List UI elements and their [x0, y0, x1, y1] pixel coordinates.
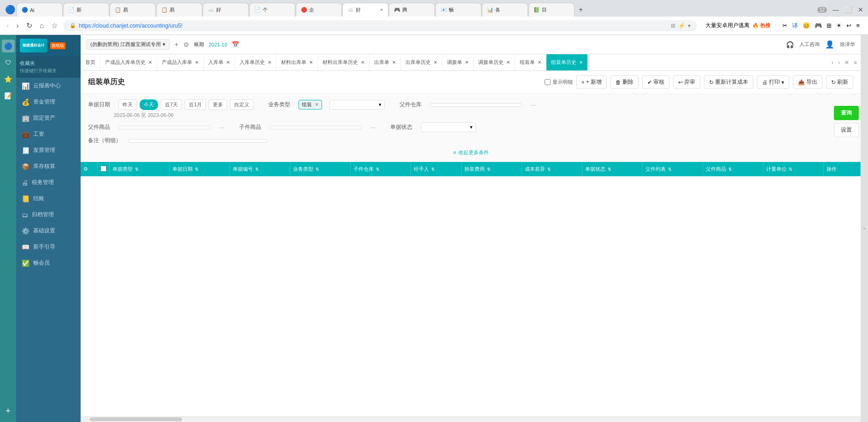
- page-tab-1-close[interactable]: ✕: [148, 60, 152, 65]
- table-settings-col[interactable]: ⚙: [81, 162, 97, 176]
- col-child-warehouse-sort[interactable]: ⇅: [376, 167, 380, 172]
- nav-item-archive[interactable]: 🗂 归档管理: [16, 207, 81, 223]
- scrollbar-thumb[interactable]: [90, 417, 182, 421]
- support-label[interactable]: 人工咨询: [799, 41, 820, 48]
- sidebar-narrow-add[interactable]: +: [2, 405, 15, 417]
- bill-status-dropdown[interactable]: ▾: [421, 122, 476, 132]
- maximize-button[interactable]: ⬜: [845, 6, 852, 13]
- lightning-icon[interactable]: ⚡: [678, 23, 685, 29]
- col-assembly-fee[interactable]: 拆装费用 ⇅: [462, 162, 522, 176]
- date-btn-more[interactable]: 更多: [209, 99, 227, 110]
- table-settings-icon[interactable]: ⚙: [83, 166, 88, 172]
- nav-item-salary[interactable]: 💼 工资: [16, 126, 81, 142]
- page-tab-7[interactable]: 出库单 ✕: [369, 54, 401, 71]
- col-bill-date[interactable]: 单据日期 ⇅: [170, 162, 230, 176]
- nav-item-cloud-reports[interactable]: 📊 云报表中心: [16, 78, 81, 94]
- col-bill-date-sort[interactable]: ⇅: [195, 167, 199, 172]
- page-tab-4[interactable]: 入库单历史 ✕: [235, 54, 276, 71]
- browser-tab-3[interactable]: 📋 易: [110, 3, 156, 17]
- col-parent-goods-sort[interactable]: ⇅: [728, 167, 732, 172]
- page-tab-9-close[interactable]: ✕: [465, 60, 469, 65]
- child-goods-input[interactable]: [270, 126, 362, 129]
- page-tab-2-close[interactable]: ✕: [195, 60, 199, 65]
- close-button[interactable]: ✕: [858, 6, 863, 13]
- game-icon[interactable]: 🎮: [815, 22, 822, 29]
- browser-tab-new[interactable]: 📄 新: [63, 3, 109, 17]
- display-detail-toggle[interactable]: 显示明细: [545, 79, 573, 86]
- col-child-warehouse[interactable]: 子件仓库 ⇅: [351, 162, 411, 176]
- delete-button[interactable]: 🗑 删除: [610, 75, 639, 89]
- page-tab-9[interactable]: 调拨单 ✕: [442, 54, 474, 71]
- col-bill-type[interactable]: 单据类型 ⇅: [109, 162, 170, 176]
- col-bill-type-sort[interactable]: ⇅: [135, 167, 139, 172]
- scissors-icon[interactable]: ✂: [782, 22, 787, 29]
- col-business-type[interactable]: 业务类型 ⇅: [290, 162, 351, 176]
- settings-gear-icon[interactable]: ⚙: [183, 41, 189, 48]
- right-panel-toggle[interactable]: ›: [861, 35, 868, 422]
- print-button[interactable]: 🖨 打印 ▾: [757, 75, 789, 89]
- sidebar-narrow-item-2[interactable]: 🛡: [2, 56, 15, 69]
- favorites-section[interactable]: 收藏夹 快捷键打开收藏夹: [16, 56, 81, 78]
- page-tab-8[interactable]: 出库单历史 ✕: [401, 54, 442, 71]
- business-type-tag[interactable]: 组装 ✕: [299, 100, 322, 110]
- business-type-dropdown[interactable]: ▾: [329, 100, 385, 110]
- date-btn-custom[interactable]: 自定义: [230, 99, 253, 110]
- emoji-icon[interactable]: 😊: [803, 22, 810, 29]
- nav-item-member[interactable]: ✅ 畅会员: [16, 255, 81, 271]
- horizontal-scrollbar[interactable]: [81, 416, 861, 422]
- refresh-nav-button[interactable]: ↻: [24, 19, 34, 32]
- col-unit-sort[interactable]: ⇅: [789, 167, 792, 172]
- browser-tab-12[interactable]: 📗 目: [528, 3, 575, 17]
- dropdown-icon[interactable]: ▾: [688, 23, 691, 29]
- nav-item-fixed-assets[interactable]: 🏢 固定资产: [16, 110, 81, 126]
- page-tab-6-close[interactable]: ✕: [361, 60, 364, 65]
- browser-tab-7[interactable]: 🔴 企: [296, 3, 342, 17]
- calendar-icon[interactable]: 📅: [232, 41, 239, 48]
- date-btn-1month[interactable]: 近1月: [185, 99, 206, 110]
- business-type-tag-close[interactable]: ✕: [315, 102, 319, 108]
- sidebar-narrow-item-3[interactable]: ⭐: [2, 73, 15, 86]
- nav-item-funds[interactable]: 💰 资金管理: [16, 94, 81, 110]
- add-company-btn[interactable]: +: [174, 40, 178, 49]
- page-tab-3-close[interactable]: ✕: [226, 60, 230, 65]
- qr-icon[interactable]: ⊞: [671, 23, 675, 29]
- col-handler[interactable]: 经手人 ⇅: [411, 162, 462, 176]
- browser-tab-10[interactable]: 📧 畅: [435, 3, 481, 17]
- parent-warehouse-input[interactable]: [430, 103, 522, 107]
- date-btn-today[interactable]: 今天: [140, 99, 158, 110]
- sidebar-narrow-item-1[interactable]: 🔵: [2, 40, 15, 52]
- sidebar-narrow-item-4[interactable]: 📝: [2, 89, 15, 102]
- col-cost-diff-sort[interactable]: ⇅: [547, 167, 551, 172]
- refresh-button[interactable]: ↻ 刷新: [826, 75, 853, 89]
- nav-item-guide[interactable]: 📖 新手引导: [16, 239, 81, 255]
- parent-warehouse-dots[interactable]: ···: [531, 102, 536, 108]
- col-bill-status[interactable]: 单据状态 ⇅: [582, 162, 643, 176]
- page-tab-5[interactable]: 材料出库单 ✕: [276, 54, 318, 71]
- col-parent-list[interactable]: 父件列表 ⇅: [643, 162, 703, 176]
- col-parent-goods[interactable]: 父件商品 ⇅: [703, 162, 763, 176]
- settings-filter-button[interactable]: 设置: [834, 123, 859, 137]
- page-tab-11-close[interactable]: ✕: [538, 60, 541, 65]
- audit-button[interactable]: ✔ 审核: [642, 75, 669, 89]
- export-button[interactable]: 📤 导出: [793, 75, 822, 89]
- minimize-button[interactable]: —: [833, 6, 839, 13]
- tab-scroll-left[interactable]: ‹: [830, 58, 835, 67]
- page-tab-12-active[interactable]: 组装单历史 ✕: [546, 54, 588, 71]
- browser-tab-11[interactable]: 📊 各: [482, 3, 528, 17]
- page-tab-1[interactable]: 产成品入库单历史 ✕: [100, 54, 157, 71]
- new-button[interactable]: + + 新增: [576, 75, 607, 89]
- col-assembly-fee-sort[interactable]: ⇅: [487, 167, 491, 172]
- browser-tab-ai[interactable]: 🔵 Ai: [17, 3, 63, 17]
- date-btn-yesterday[interactable]: 昨天: [118, 99, 137, 110]
- child-goods-dots[interactable]: ···: [371, 124, 375, 131]
- page-tab-4-close[interactable]: ✕: [268, 60, 271, 65]
- new-tab-button[interactable]: +: [575, 6, 586, 14]
- page-tab-home[interactable]: 首页: [81, 54, 100, 71]
- table-checkbox-col[interactable]: [97, 162, 109, 176]
- tab-scroll-right[interactable]: ›: [836, 58, 842, 67]
- home-button[interactable]: ⌂: [38, 20, 46, 32]
- nav-item-settings[interactable]: ⚙️ 基础设置: [16, 223, 81, 239]
- tab-close-8[interactable]: ✕: [380, 7, 383, 12]
- nav-item-tax[interactable]: 🖨 税务管理: [16, 174, 81, 191]
- tab-menu[interactable]: ≡: [852, 58, 859, 67]
